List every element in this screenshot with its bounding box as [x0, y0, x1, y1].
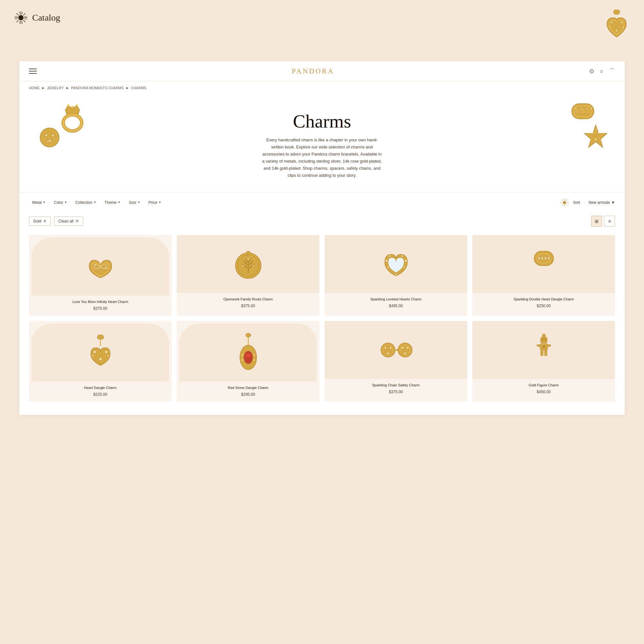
product-image-5: [32, 324, 169, 382]
svg-point-72: [389, 255, 390, 257]
svg-point-89: [99, 358, 101, 360]
svg-point-33: [52, 135, 54, 136]
filter-metal[interactable]: Metal ▼: [29, 199, 49, 206]
svg-rect-125: [542, 334, 545, 337]
svg-point-31: [42, 130, 57, 145]
svg-point-88: [105, 351, 107, 353]
svg-point-76: [403, 267, 405, 268]
svg-line-58: [562, 200, 563, 201]
location-icon[interactable]: ⊙: [589, 68, 594, 75]
svg-point-20: [616, 30, 617, 31]
gold-filter-tag[interactable]: Gold ✕: [29, 216, 51, 226]
product-price-7: $375.00: [328, 390, 463, 394]
svg-line-59: [566, 200, 567, 201]
charm-ball-decoration: [39, 127, 61, 150]
filter-price[interactable]: Price ▼: [145, 199, 164, 206]
svg-rect-121: [537, 345, 540, 346]
sort-label: Sort: [573, 200, 580, 205]
clean-all-close[interactable]: ✕: [75, 219, 79, 223]
product-card[interactable]: Sparkling Double Heart Dangle Charm $250…: [472, 235, 615, 316]
product-price-1: $375.00: [33, 306, 168, 311]
sort-divider: |: [584, 200, 585, 205]
bag-icon[interactable]: ⌒: [609, 67, 615, 75]
svg-line-11: [15, 16, 18, 17]
user-icon[interactable]: ○: [600, 68, 603, 75]
svg-point-53: [563, 201, 566, 204]
sort-arrow-icon: ▼: [611, 200, 615, 205]
product-info-1: Love You Mom Infinity Heart Charm $375.0…: [29, 296, 172, 316]
product-card[interactable]: Gold Figure Charm $450.00: [472, 321, 615, 402]
product-card[interactable]: Sparkling Chain Safety Charm $375.00: [325, 321, 467, 402]
svg-line-6: [23, 13, 25, 15]
hero-description: Every handcrafted charm is like a chapte…: [261, 137, 383, 179]
active-filters: Gold ✕ Clean all ✕ ⊞ ≡: [19, 213, 625, 232]
svg-rect-117: [542, 338, 544, 340]
sort-sunburst-icon: [560, 198, 569, 207]
svg-point-110: [390, 347, 391, 348]
filter-size[interactable]: Size ▼: [126, 199, 143, 206]
breadcrumb-moments[interactable]: PANDORA MOMENTS CHARMS: [71, 86, 124, 90]
svg-line-14: [24, 19, 27, 19]
breadcrumb-arrow-3: ▶: [126, 86, 128, 90]
product-info-4: Sparkling Double Heart Dangle Charm $250…: [472, 293, 615, 313]
svg-point-71: [405, 260, 406, 261]
breadcrumb: HOME ▶ JEWELRY ▶ PANDORA MOMENTS CHARMS …: [19, 81, 625, 94]
svg-point-73: [402, 255, 403, 257]
metal-arrow-icon: ▼: [43, 201, 45, 204]
svg-point-46: [586, 108, 587, 109]
svg-point-62: [94, 264, 96, 266]
svg-point-28: [66, 120, 67, 121]
svg-marker-48: [584, 125, 607, 147]
product-card[interactable]: Openwork Family Roots Charm $375.00: [177, 235, 319, 316]
svg-point-127: [549, 343, 550, 344]
svg-rect-92: [246, 333, 251, 337]
svg-point-69: [248, 259, 249, 260]
svg-point-104: [394, 349, 396, 351]
product-image-8: [472, 321, 615, 379]
nav-icons: ⊙ ○ ⌒: [589, 67, 615, 75]
hamburger-menu[interactable]: [29, 69, 37, 74]
product-card[interactable]: Love You Mom Infinity Heart Charm $375.0…: [29, 235, 172, 316]
filter-theme[interactable]: Theme ▼: [101, 199, 124, 206]
svg-point-52: [595, 138, 596, 140]
svg-point-90: [92, 355, 93, 356]
svg-point-126: [537, 343, 538, 344]
product-info-2: Openwork Family Roots Charm $375.00: [177, 293, 319, 313]
breadcrumb-charms[interactable]: CHARMS: [131, 86, 147, 90]
product-name-8: Gold Figure Charm: [476, 383, 611, 388]
svg-point-100: [253, 359, 255, 361]
svg-point-27: [63, 115, 82, 131]
svg-point-107: [398, 343, 412, 357]
svg-rect-17: [613, 10, 620, 14]
breadcrumb-jewelry[interactable]: JEWELRY: [47, 86, 64, 90]
product-price-5: $225.00: [33, 392, 168, 397]
grid-view-button[interactable]: ⊞: [591, 216, 602, 227]
svg-point-98: [253, 354, 255, 355]
svg-line-12: [15, 19, 18, 19]
svg-point-36: [54, 138, 55, 139]
svg-line-16: [22, 21, 23, 24]
product-card[interactable]: Heart Dangle Charm $225.00: [29, 321, 172, 402]
list-view-button[interactable]: ≡: [604, 216, 615, 227]
svg-point-19: [621, 22, 622, 23]
svg-point-29: [78, 120, 79, 121]
breadcrumb-home[interactable]: HOME: [29, 86, 40, 90]
product-card[interactable]: Red Stone Dangle Charm $295.00: [177, 321, 319, 402]
svg-point-67: [243, 265, 244, 266]
page-title: Charms: [293, 110, 351, 132]
svg-line-5: [16, 13, 19, 15]
filter-collection[interactable]: Collection ▼: [72, 199, 99, 206]
svg-marker-49: [587, 128, 604, 143]
svg-point-97: [242, 354, 243, 355]
filter-buttons: Metal ▼ Color ▼ Collection ▼ Theme ▼ Siz…: [29, 199, 164, 206]
filter-section: Metal ▼ Color ▼ Collection ▼ Theme ▼ Siz…: [19, 192, 625, 213]
product-card[interactable]: Sparkling Leveled Hearts Charm $495.00: [325, 235, 467, 316]
product-image-7: [325, 321, 467, 379]
product-image-3: [325, 235, 467, 293]
svg-point-111: [387, 352, 389, 354]
sort-area: Sort | New arrivals ▼: [560, 198, 615, 207]
clean-all-tag[interactable]: Clean all ✕: [54, 216, 83, 226]
filter-color[interactable]: Color ▼: [51, 199, 70, 206]
sort-select[interactable]: New arrivals ▼: [589, 200, 615, 205]
gold-tag-close[interactable]: ✕: [43, 219, 47, 223]
